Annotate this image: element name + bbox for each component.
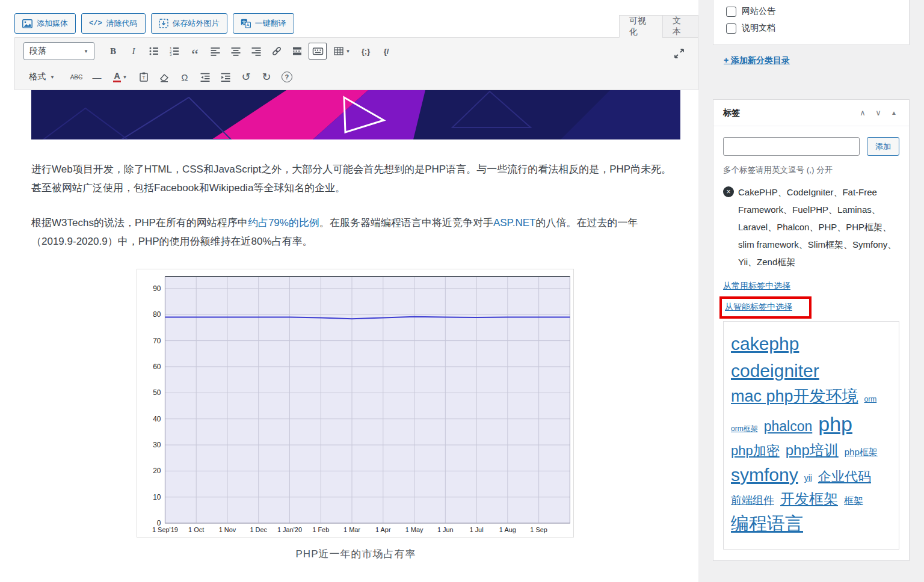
blockquote-button[interactable]: “ <box>186 43 204 60</box>
checkbox-site-notice[interactable] <box>726 7 736 17</box>
format-dropdown[interactable]: 格式 ▼ <box>23 69 60 85</box>
tag-cloud-item[interactable]: 开发框架 <box>780 488 838 510</box>
tag-cloud-item[interactable]: cakephp <box>731 330 799 357</box>
tag-cloud-item[interactable]: orm <box>864 394 877 405</box>
editor-mode-tabs: 可视化 文本 <box>619 15 698 38</box>
tag-cloud-item[interactable]: 企业代码 <box>818 467 871 486</box>
tag-cloud-item[interactable]: php <box>818 409 852 440</box>
svg-text:50: 50 <box>153 388 161 397</box>
redo-icon[interactable]: ↻ <box>257 69 276 85</box>
tag-cloud-item[interactable]: php培训 <box>786 440 839 461</box>
link-icon[interactable] <box>268 43 286 60</box>
horizontal-rule-icon[interactable]: — <box>88 69 106 85</box>
svg-text:1 Oct: 1 Oct <box>188 526 204 533</box>
align-right-icon[interactable] <box>247 43 265 60</box>
add-media-label: 添加媒体 <box>37 18 68 29</box>
move-down-icon[interactable]: ∨ <box>870 105 886 121</box>
add-tag-button[interactable]: 添加 <box>867 137 899 156</box>
php-market-share-chart: 01020304050607080901 Sep'191 Oct1 Nov1 D… <box>137 269 574 538</box>
svg-text:40: 40 <box>153 415 161 423</box>
tab-visual[interactable]: 可视化 <box>619 15 663 38</box>
category-label: 网站公告 <box>742 6 775 17</box>
bulleted-list-icon[interactable] <box>145 43 163 60</box>
clear-code-button[interactable]: </> 清除代码 <box>81 13 146 34</box>
tag-cloud-item[interactable]: 前端组件 <box>731 492 774 509</box>
svg-text:30: 30 <box>153 441 161 449</box>
svg-text:1 Mar: 1 Mar <box>343 526 360 533</box>
paragraph-style-dropdown[interactable]: 段落 ▼ <box>23 42 94 60</box>
move-up-icon[interactable]: ∧ <box>855 105 870 121</box>
svg-text:1 Jul: 1 Jul <box>470 526 484 533</box>
smart-tags-highlight-box: 从智能标签中选择 <box>719 296 812 319</box>
numbered-list-icon[interactable]: 123 <box>165 43 183 60</box>
bold-button[interactable]: B <box>104 43 122 60</box>
chart-caption: PHP近一年的市场占有率 <box>31 547 680 561</box>
tag-cloud-item[interactable]: 框架 <box>844 494 863 508</box>
inline-code-icon[interactable]: {/ <box>377 43 395 60</box>
translate-icon: 文A <box>241 19 251 28</box>
choose-smart-tags-link[interactable]: 从智能标签中选择 <box>725 302 792 311</box>
indent-icon[interactable] <box>217 69 235 85</box>
choose-common-tags-link[interactable]: 从常用标签中选择 <box>723 281 790 292</box>
tag-cloud-item[interactable]: orm框架 <box>731 423 758 434</box>
category-row-docs: 说明文档 <box>713 20 909 37</box>
tag-cloud-item[interactable]: symfony <box>731 461 798 488</box>
svg-text:20: 20 <box>153 467 161 475</box>
chart-figure: 01020304050607080901 Sep'191 Oct1 Nov1 D… <box>137 269 575 538</box>
checkbox-docs[interactable] <box>726 23 736 34</box>
save-offsite-images-button[interactable]: 保存站外图片 <box>151 13 227 34</box>
one-click-translate-label: 一键翻译 <box>255 18 286 29</box>
align-center-icon[interactable] <box>227 43 245 60</box>
tab-text[interactable]: 文本 <box>662 15 698 38</box>
tag-cloud-item[interactable]: mac php开发环境 <box>731 384 858 409</box>
text-color-icon[interactable]: A▼ <box>108 69 132 85</box>
clear-code-label: 清除代码 <box>106 18 138 29</box>
main-editor-column: 添加媒体 </> 清除代码 保存站外图片 文A 一键翻译 可视化 文本 段落 ▼… <box>0 0 698 582</box>
collapse-panel-icon[interactable]: ▲ <box>886 105 902 121</box>
align-left-icon[interactable] <box>206 43 224 60</box>
italic-button[interactable]: I <box>125 43 143 60</box>
fullscreen-icon[interactable] <box>670 45 688 62</box>
tag-cloud-item[interactable]: phalcon <box>764 416 813 437</box>
tags-panel-header[interactable]: 标签 ∧ ∨ ▲ <box>713 100 909 126</box>
keyboard-icon[interactable] <box>309 43 327 60</box>
insert-more-icon[interactable] <box>288 43 306 60</box>
current-tags-text: CakePHP、CodeIgniter、Fat-Free Framework、F… <box>738 183 899 271</box>
svg-text:A: A <box>246 22 250 28</box>
table-icon[interactable]: ▼ <box>329 43 354 60</box>
svg-text:1 Dec: 1 Dec <box>250 526 267 533</box>
svg-text:70: 70 <box>153 337 161 345</box>
market-share-link[interactable]: 约占79%的比例 <box>248 217 319 228</box>
download-image-icon <box>159 19 168 28</box>
remove-tag-icon[interactable]: × <box>723 186 734 197</box>
toolbar-row-1: 段落 ▼ B I 123 “ ▼ {;} {/ <box>15 38 698 64</box>
undo-icon[interactable]: ↺ <box>237 69 255 85</box>
special-character-icon[interactable]: Ω <box>176 69 194 85</box>
outdent-icon[interactable] <box>196 69 214 85</box>
one-click-translate-button[interactable]: 文A 一键翻译 <box>233 13 294 34</box>
code-block-icon[interactable]: {;} <box>357 43 375 60</box>
tag-input-row: 添加 <box>723 137 899 156</box>
chevron-down-icon: ▼ <box>123 75 128 80</box>
svg-text:1 Sep: 1 Sep <box>530 526 547 533</box>
tag-cloud-item[interactable]: codeigniter <box>731 357 819 384</box>
format-label: 格式 <box>29 72 46 82</box>
editor-content[interactable]: 进行Web项目开发，除了HTML，CSS和JavaScript之外，大部分人可能… <box>14 90 697 582</box>
help-icon[interactable]: ? <box>278 69 296 85</box>
aspnet-link[interactable]: ASP.NET <box>493 217 536 228</box>
chevron-down-icon: ▼ <box>84 49 88 54</box>
tag-cloud-item[interactable]: yii <box>804 472 812 485</box>
add-media-button[interactable]: 添加媒体 <box>14 13 76 34</box>
tag-cloud-item[interactable]: php框架 <box>845 446 878 459</box>
paragraph-style-label: 段落 <box>29 46 46 57</box>
paragraph-1: 进行Web项目开发，除了HTML，CSS和JavaScript之外，大部分人可能… <box>31 160 680 197</box>
tag-cloud-item[interactable]: 编程语言 <box>731 510 803 537</box>
svg-text:1 Aug: 1 Aug <box>499 526 516 533</box>
chevron-down-icon: ▼ <box>346 49 351 54</box>
add-category-link[interactable]: + 添加新分类目录 <box>724 55 790 66</box>
paste-as-text-icon[interactable]: T <box>135 69 153 85</box>
tag-cloud-item[interactable]: php加密 <box>731 441 780 461</box>
tag-input[interactable] <box>723 137 860 156</box>
strikethrough-icon[interactable]: ABC <box>67 69 85 85</box>
clear-formatting-icon[interactable] <box>155 69 173 85</box>
